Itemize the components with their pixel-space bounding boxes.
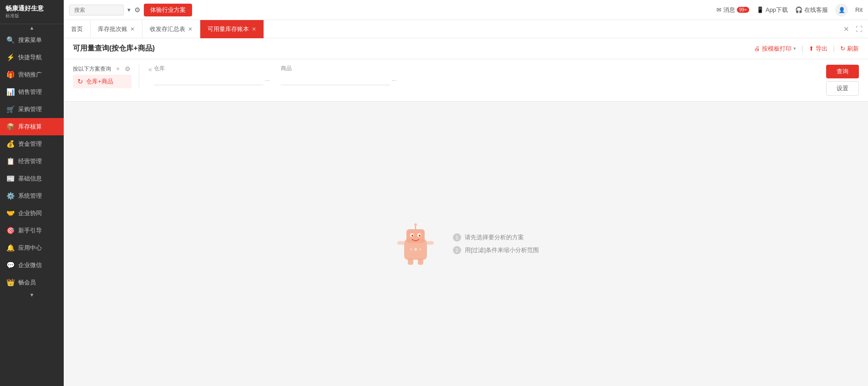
sidebar-item-label: 经营管理 xyxy=(18,157,42,165)
tab-receipt-close[interactable]: ✕ xyxy=(188,26,193,32)
print-label: 按模板打印 xyxy=(762,45,792,53)
tab-batch-close[interactable]: ✕ xyxy=(130,26,135,32)
sidebar-scroll-down[interactable]: ▼ xyxy=(0,291,64,299)
tab-home[interactable]: 首页 xyxy=(64,20,91,38)
svg-point-12 xyxy=(414,248,417,251)
export-icon: ⬆ xyxy=(809,45,814,52)
tab-receipt-label: 收发存汇总表 xyxy=(150,25,185,33)
sidebar-item-search[interactable]: 🔍 搜索菜单 xyxy=(0,31,64,49)
crown-icon: 👑 xyxy=(6,278,15,287)
rotate-icon: ↻ xyxy=(77,77,83,86)
sidebar-item-system[interactable]: ⚙️ 系统管理 xyxy=(0,187,64,205)
page-header: 可用量查询(按仓库+商品) 🖨 按模板打印 ▾ | ⬆ 导出 | ↻ 刷新 xyxy=(64,38,868,59)
print-dropdown-arrow: ▾ xyxy=(793,46,796,51)
filter-section-text: 按以下方案查询 xyxy=(73,65,111,73)
sidebar-item-inventory[interactable]: 📦 库存核算 xyxy=(0,118,64,135)
tab-close-all-button[interactable]: ✕ xyxy=(842,24,851,34)
clipboard-icon: 📋 xyxy=(6,157,15,165)
empty-state-content: 1 请先选择要分析的方案 2 用[过滤]条件来缩小分析范围 xyxy=(393,221,539,267)
topbar-gear-icon[interactable]: ⚙ xyxy=(134,6,140,14)
sidebar-item-label: 采购管理 xyxy=(18,105,42,113)
sidebar-item-label: 营销推广 xyxy=(18,71,42,79)
headset-icon: 🎧 xyxy=(795,6,802,13)
sidebar-item-label: 应用中心 xyxy=(18,244,42,252)
sidebar-item-basic-info[interactable]: 📰 基础信息 xyxy=(0,170,64,187)
svg-rect-10 xyxy=(408,258,413,265)
tab-receipt-summary[interactable]: 收发存汇总表 ✕ xyxy=(142,20,200,38)
sidebar-item-onboarding[interactable]: 🎯 新手引导 xyxy=(0,222,64,239)
product-input-group: ··· xyxy=(281,74,397,85)
warehouse-more-icon[interactable]: ··· xyxy=(265,77,270,83)
product-label: 商品 xyxy=(281,65,397,72)
sidebar-item-label: 快捷导航 xyxy=(18,53,42,62)
message-icon: ✉ xyxy=(716,6,721,13)
tab-batch-account[interactable]: 库存批次账 ✕ xyxy=(91,20,142,38)
tab-available-label: 可用量库存账本 xyxy=(208,25,249,33)
settings-scheme-button[interactable]: ⚙ xyxy=(124,65,132,72)
filter-area: 按以下方案查询 ＋ ⚙ ↻ 仓库+商品 « 仓库 ··· xyxy=(64,59,868,102)
sidebar-item-sales[interactable]: 📊 销售管理 xyxy=(0,83,64,101)
filter-scheme-item[interactable]: ↻ 仓库+商品 xyxy=(73,75,132,88)
topbar-right: ✉ 消息 99+ 📱 App下载 🎧 在线客服 👤 Rit xyxy=(716,4,863,16)
empty-hint-1: 1 请先选择要分析的方案 xyxy=(453,233,539,242)
empty-hints: 1 请先选择要分析的方案 2 用[过滤]条件来缩小分析范围 xyxy=(453,233,539,254)
hint-text-2: 用[过滤]条件来缩小分析范围 xyxy=(465,246,539,254)
tab-available-ledger[interactable]: 可用量库存账本 ✕ xyxy=(200,20,264,38)
sidebar-item-vip[interactable]: 👑 畅会员 xyxy=(0,274,64,291)
refresh-button[interactable]: ↻ 刷新 xyxy=(840,45,859,53)
filter-scheme-panel: 按以下方案查询 ＋ ⚙ ↻ 仓库+商品 xyxy=(73,65,139,88)
sidebar-item-label: 资金管理 xyxy=(18,140,42,148)
sidebar-item-operations[interactable]: 📋 经营管理 xyxy=(0,153,64,170)
sidebar-item-label: 企业微信 xyxy=(18,261,42,269)
filter-scheme-name: 仓库+商品 xyxy=(86,77,113,86)
trial-button[interactable]: 体验行业方案 xyxy=(144,4,192,16)
sidebar-item-finance[interactable]: 💰 资金管理 xyxy=(0,135,64,153)
tab-available-close[interactable]: ✕ xyxy=(252,26,256,32)
filter-action-buttons: 查询 设置 xyxy=(826,65,859,96)
topbar: ▾ ⚙ 体验行业方案 ✉ 消息 99+ 📱 App下载 🎧 在线客服 👤 Rit xyxy=(64,0,868,20)
app-download-button[interactable]: 📱 App下载 xyxy=(756,6,788,14)
query-button[interactable]: 查询 xyxy=(826,65,859,78)
avatar[interactable]: 👤 xyxy=(835,4,848,16)
print-icon: 🖨 xyxy=(754,45,760,52)
sidebar-item-enterprise-collab[interactable]: 🤝 企业协同 xyxy=(0,205,64,222)
sidebar-item-label: 搜索菜单 xyxy=(18,36,42,44)
search-icon: 🔍 xyxy=(6,36,15,44)
chat-icon: 💬 xyxy=(6,261,15,269)
sidebar-item-app-center[interactable]: 🔔 应用中心 xyxy=(0,239,64,257)
sidebar-item-marketing[interactable]: 🎁 营销推广 xyxy=(0,66,64,83)
filter-fields: 仓库 ··· 商品 ··· xyxy=(154,65,826,85)
topbar-dropdown[interactable]: ▾ xyxy=(127,6,131,13)
svg-point-7 xyxy=(414,223,417,226)
sidebar-scroll-up[interactable]: ▲ xyxy=(0,24,64,31)
svg-rect-8 xyxy=(397,241,405,245)
product-input[interactable] xyxy=(281,74,390,85)
warehouse-input[interactable] xyxy=(154,74,263,85)
sidebar-item-label: 畅会员 xyxy=(18,278,36,287)
add-scheme-button[interactable]: ＋ xyxy=(114,65,122,73)
print-button[interactable]: 🖨 按模板打印 ▾ xyxy=(754,45,796,53)
hint-num-2: 2 xyxy=(453,246,461,254)
bell-icon: 🔔 xyxy=(6,244,15,252)
settings-button[interactable]: 设置 xyxy=(826,81,859,96)
handshake-icon: 🤝 xyxy=(6,209,15,217)
divider1: | xyxy=(802,45,803,53)
svg-rect-9 xyxy=(426,241,434,245)
message-label: 消息 xyxy=(723,6,735,14)
product-more-icon[interactable]: ··· xyxy=(392,77,397,83)
username-label[interactable]: Rit xyxy=(855,6,863,13)
export-button[interactable]: ⬆ 导出 xyxy=(809,45,827,53)
chart-icon: 📊 xyxy=(6,88,15,96)
sidebar-item-enterprise-wechat[interactable]: 💬 企业微信 xyxy=(0,257,64,274)
message-button[interactable]: ✉ 消息 99+ xyxy=(716,6,749,14)
service-label: 在线客服 xyxy=(804,6,828,14)
online-service-button[interactable]: 🎧 在线客服 xyxy=(795,6,828,14)
search-input[interactable] xyxy=(69,5,124,15)
filter-section-label: 按以下方案查询 ＋ ⚙ xyxy=(73,65,132,73)
sidebar-item-shortcut[interactable]: ⚡ 快捷导航 xyxy=(0,49,64,66)
flash-icon: ⚡ xyxy=(6,53,15,62)
tabs-bar: 首页 库存批次账 ✕ 收发存汇总表 ✕ 可用量库存账本 ✕ ✕ ⛶ xyxy=(64,20,868,38)
collapse-filter-button[interactable]: « xyxy=(147,66,154,73)
sidebar-item-purchase[interactable]: 🛒 采购管理 xyxy=(0,101,64,118)
tab-expand-button[interactable]: ⛶ xyxy=(854,24,864,34)
